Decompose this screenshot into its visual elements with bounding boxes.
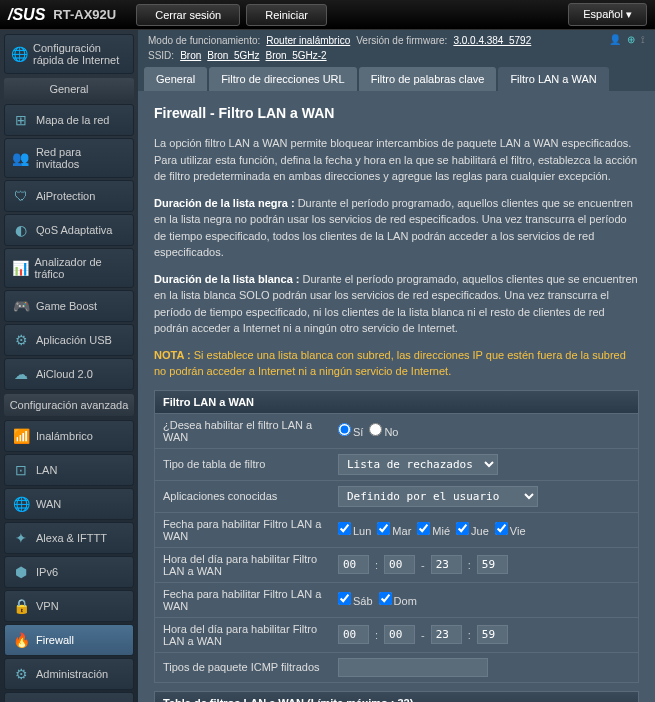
sidebar-item-gameboost[interactable]: 🎮Game Boost xyxy=(4,290,134,322)
time2-label: Hora del día para habilitar Filtro LAN a… xyxy=(163,623,338,647)
meter-icon: ◐ xyxy=(11,222,31,238)
fw-link[interactable]: 3.0.0.4.384_5792 xyxy=(453,35,531,46)
day-sat[interactable]: Sáb xyxy=(338,592,373,607)
tab-lan-wan-filter[interactable]: Filtro LAN a WAN xyxy=(498,67,608,91)
sidebar-item-label: Configuración rápida de Internet xyxy=(33,42,127,66)
sidebar-item-label: Analizador de tráfico xyxy=(34,256,127,280)
sidebar-item-map[interactable]: ⊞Mapa de la red xyxy=(4,104,134,136)
ssid2-link[interactable]: Bron_5GHz xyxy=(207,50,259,61)
language-label: Español xyxy=(583,8,623,20)
sidebar-item-label: AiCloud 2.0 xyxy=(36,368,93,380)
ssid-bar: SSID: Bron Bron_5GHz Bron_5GHz-2 xyxy=(138,50,655,65)
sidebar-item-usb[interactable]: ⚙Aplicación USB xyxy=(4,324,134,356)
firewall-icon: 🔥 xyxy=(11,632,31,648)
usb-icon: ⚙ xyxy=(11,332,31,348)
date1-label: Fecha para habilitar Filtro LAN a WAN xyxy=(163,518,338,542)
time2-h2[interactable] xyxy=(431,625,462,644)
table-type-label: Tipo de tabla de filtro xyxy=(163,458,338,470)
globe-icon: 🌐 xyxy=(11,46,28,62)
filter-table-header: Tabla de filtros LAN a WAN (Límite máxim… xyxy=(154,691,639,703)
sidebar-item-label: Game Boost xyxy=(36,300,97,312)
sidebar-item-label: QoS Adaptativa xyxy=(36,224,112,236)
tab-bar: General Filtro de direcciones URL Filtro… xyxy=(138,65,655,91)
chart-icon: 📊 xyxy=(11,260,29,276)
sidebar-item-firewall[interactable]: 🔥Firewall xyxy=(4,624,134,656)
sidebar-item-aicloud[interactable]: ☁AiCloud 2.0 xyxy=(4,358,134,390)
time1-m2[interactable] xyxy=(477,555,508,574)
page-title: Firewall - Filtro LAN a WAN xyxy=(154,105,639,121)
mode-link[interactable]: Router inalámbrico xyxy=(266,35,350,46)
apps-label: Aplicaciones conocidas xyxy=(163,490,338,502)
date2-label: Fecha para habilitar Filtro LAN a WAN xyxy=(163,588,338,612)
sidebar-section-advanced: Configuración avanzada xyxy=(4,394,134,416)
sidebar-item-traffic[interactable]: 📊Analizador de tráfico xyxy=(4,248,134,288)
sidebar-item-admin[interactable]: ⚙Administración xyxy=(4,658,134,690)
tab-keyword-filter[interactable]: Filtro de palabras clave xyxy=(359,67,497,91)
wan-icon: 🌐 xyxy=(11,496,31,512)
radio-no[interactable]: No xyxy=(369,423,398,438)
day-tue[interactable]: Mar xyxy=(377,522,411,537)
tab-general[interactable]: General xyxy=(144,67,207,91)
sidebar-item-aiprotection[interactable]: 🛡AiProtection xyxy=(4,180,134,212)
radio-yes[interactable]: Sí xyxy=(338,423,363,438)
time2-h1[interactable] xyxy=(338,625,369,644)
gamepad-icon: 🎮 xyxy=(11,298,31,314)
time2-m2[interactable] xyxy=(477,625,508,644)
time1-m1[interactable] xyxy=(384,555,415,574)
status-icon[interactable]: ⊕ xyxy=(627,34,635,46)
alexa-icon: ✦ xyxy=(11,530,31,546)
sidebar-item-label: AiProtection xyxy=(36,190,95,202)
day-sun[interactable]: Dom xyxy=(379,592,417,607)
sidebar-item-qos[interactable]: ◐QoS Adaptativa xyxy=(4,214,134,246)
ssid1-link[interactable]: Bron xyxy=(180,50,201,61)
time1-h1[interactable] xyxy=(338,555,369,574)
sidebar-item-alexa[interactable]: ✦Alexa & IFTTT xyxy=(4,522,134,554)
day-wed[interactable]: Mié xyxy=(417,522,450,537)
apps-select[interactable]: Definido por el usuario xyxy=(338,486,538,507)
sidebar-item-label: LAN xyxy=(36,464,57,476)
mode-label: Modo de funcionamiento: xyxy=(148,35,260,46)
sidebar-item-label: VPN xyxy=(36,600,59,612)
logout-button[interactable]: Cerrar sesión xyxy=(136,4,240,26)
day-thu[interactable]: Jue xyxy=(456,522,489,537)
admin-icon: ⚙ xyxy=(11,666,31,682)
language-dropdown[interactable]: Español ▾ xyxy=(568,3,647,26)
user-icon[interactable]: 👤 xyxy=(609,34,621,46)
icmp-input[interactable] xyxy=(338,658,488,677)
brand-logo: /SUS xyxy=(8,6,45,24)
sidebar-item-syslog[interactable]: 📋Registro del sistema xyxy=(4,692,134,702)
time1-label: Hora del día para habilitar Filtro LAN a… xyxy=(163,553,338,577)
form-section-header: Filtro LAN a WAN xyxy=(154,390,639,414)
tab-url-filter[interactable]: Filtro de direcciones URL xyxy=(209,67,357,91)
day-fri[interactable]: Vie xyxy=(495,522,526,537)
sidebar-item-vpn[interactable]: 🔒VPN xyxy=(4,590,134,622)
sidebar-item-label: WAN xyxy=(36,498,61,510)
time2-m1[interactable] xyxy=(384,625,415,644)
page-desc: La opción filtro LAN a WAN permite bloqu… xyxy=(154,135,639,185)
sidebar-item-lan[interactable]: ⊡LAN xyxy=(4,454,134,486)
sidebar-item-label: Alexa & IFTTT xyxy=(36,532,107,544)
sidebar-item-label: Firewall xyxy=(36,634,74,646)
time1-h2[interactable] xyxy=(431,555,462,574)
page-note: NOTA : Si establece una lista blanca con… xyxy=(154,347,639,380)
ssid3-link[interactable]: Bron_5GHz-2 xyxy=(266,50,327,61)
sidebar-item-label: Mapa de la red xyxy=(36,114,109,126)
shield-icon: 🛡 xyxy=(11,188,31,204)
icmp-label: Tipos de paquete ICMP filtrados xyxy=(163,661,338,673)
sidebar-section-general: General xyxy=(4,78,134,100)
sidebar-item-ipv6[interactable]: ⬢IPv6 xyxy=(4,556,134,588)
sidebar-quick-setup[interactable]: 🌐Configuración rápida de Internet xyxy=(4,34,134,74)
ipv6-icon: ⬢ xyxy=(11,564,31,580)
enable-label: ¿Desea habilitar el filtro LAN a WAN xyxy=(163,419,338,443)
usb-status-icon[interactable]: ⟟ xyxy=(641,34,645,46)
table-type-select[interactable]: Lista de rechazados xyxy=(338,454,498,475)
sidebar-item-wan[interactable]: 🌐WAN xyxy=(4,488,134,520)
sidebar-item-wireless[interactable]: 📶Inalámbrico xyxy=(4,420,134,452)
day-mon[interactable]: Lun xyxy=(338,522,371,537)
sidebar-item-label: IPv6 xyxy=(36,566,58,578)
sidebar-item-guest[interactable]: 👥Red para invitados xyxy=(4,138,134,178)
guest-icon: 👥 xyxy=(11,150,31,166)
sidebar-item-label: Red para invitados xyxy=(36,146,127,170)
map-icon: ⊞ xyxy=(11,112,31,128)
reboot-button[interactable]: Reiniciar xyxy=(246,4,327,26)
